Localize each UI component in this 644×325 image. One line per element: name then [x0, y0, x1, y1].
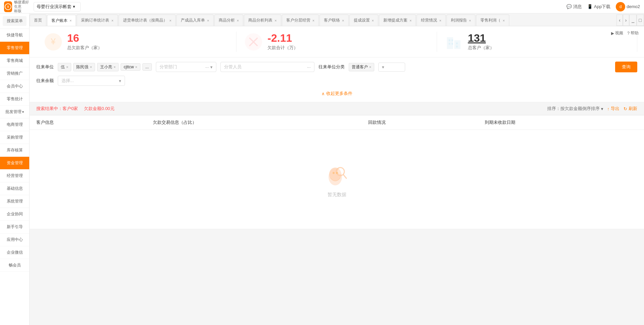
balance-input[interactable]: 选择... ▾ — [58, 76, 125, 86]
tab-close-customer-contact[interactable]: × — [342, 19, 344, 23]
app-download-button[interactable]: 📱 App下载 — [587, 4, 610, 10]
stat-info-debt-customers: 16 总欠款客户（家） — [67, 33, 102, 51]
account-select[interactable]: 母婴行业演示帐套 ▾ — [34, 2, 81, 11]
tab-product-analysis-list[interactable]: 商品分析列表 × — [244, 14, 281, 26]
svg-rect-14 — [456, 45, 458, 47]
balance-label: 往来余额 — [36, 78, 54, 84]
search-menu-button[interactable]: 搜索菜单 — [3, 16, 27, 26]
tab-product-inbound[interactable]: 产成品入库单 × — [176, 14, 213, 26]
stats-row: ¥ 16 总欠款客户（家） — [30, 26, 644, 58]
sidebar-item-new-guide[interactable]: 新手引导 — [0, 221, 29, 233]
sidebar-item-retail[interactable]: 零售管理 — [0, 42, 29, 55]
sidebar-item-enterprise-wechat[interactable]: 企业微信 — [0, 246, 29, 259]
tab-customer-book[interactable]: 客户账本 × — [47, 15, 76, 26]
table-header-row: 客户信息 欠款交易信息（占比） 回款情况 到期未收款日期 — [30, 115, 644, 130]
search-result-text: 搜索结果中：客户0家 欠款金额0.00元 — [36, 106, 115, 112]
export-button[interactable]: ↑ 导出 — [607, 106, 620, 112]
filter-row-2: 往来余额 选择... ▾ — [36, 76, 637, 86]
sidebar-item-purchase[interactable]: 采购管理 — [0, 131, 29, 144]
tab-maximize-button[interactable]: □ — [637, 14, 644, 26]
tab-close-profit-report[interactable]: × — [469, 19, 471, 23]
arrow-icon: ▾ — [22, 110, 24, 114]
sidebar-item-retail-mall[interactable]: 零售商城 — [0, 55, 29, 67]
sidebar: 搜索菜单 快捷导航 零售管理 零售商城 营销推广 会员中心 零售统计 批发管理 … — [0, 13, 30, 325]
tab-business-status[interactable]: 经营情况 × — [417, 14, 445, 26]
tab-close-product-analysis[interactable]: × — [237, 19, 239, 23]
refresh-button[interactable]: ↻ 刷新 — [624, 106, 637, 112]
sidebar-item-quick-nav[interactable]: 快捷导航 — [0, 29, 29, 42]
svg-rect-12 — [452, 43, 453, 45]
tab-close-inbound[interactable]: × — [169, 19, 171, 23]
filter-tag-more[interactable]: ... — [142, 63, 152, 71]
tab-purchase-order-stats[interactable]: 采购订单统计表 × — [77, 14, 118, 26]
tab-close-purchase-order[interactable]: × — [111, 19, 113, 23]
help-button[interactable]: ? 帮助 — [627, 30, 639, 36]
sidebar-item-enterprise[interactable]: 企业协同 — [0, 208, 29, 221]
tab-close-product-analysis-list[interactable]: × — [274, 19, 276, 23]
search-result-bar: 搜索结果中：客户0家 欠款金额0.00元 排序：按欠款金额倒序排序 ▾ ↑ 导出 — [30, 102, 644, 115]
tab-close-reminder[interactable]: × — [372, 19, 374, 23]
sidebar-item-member[interactable]: 会员中心 — [0, 80, 29, 93]
sort-button[interactable]: 排序：按欠款金额倒序排序 ▾ — [547, 106, 603, 112]
tag-close-cm[interactable]: × — [90, 65, 92, 69]
sidebar-item-system[interactable]: 系统管理 — [0, 195, 29, 208]
top-bar-left: ¥ 畅捷通好生意 标版 母婴行业演示帐套 ▾ — [4, 0, 81, 13]
sidebar-item-marketing[interactable]: 营销推广 — [0, 67, 29, 80]
avatar: d — [616, 2, 625, 11]
sidebar-item-finance[interactable]: 资金管理 — [0, 157, 29, 170]
stat-block-total-customers: 131 总客户（家） — [437, 32, 637, 52]
tab-reminder-settings[interactable]: 提成设置 × — [349, 14, 378, 26]
filter-area: 往来单位 伍 × 陈民强 × 王小亮 — [30, 58, 644, 102]
tab-close-product-inbound[interactable]: × — [207, 19, 209, 23]
sidebar-item-app-center[interactable]: 应用中心 — [0, 233, 29, 246]
query-button[interactable]: 查询 — [615, 62, 637, 72]
tab-bar-end: ‹ › ⎯ □ — [616, 14, 644, 26]
filter-tag-wx: 王小亮 × — [97, 63, 119, 71]
user-menu[interactable]: d demo2 — [616, 2, 640, 11]
tab-home[interactable]: 首页 — [30, 14, 46, 26]
video-help-button[interactable]: ▶ 视频 — [611, 30, 623, 36]
svg-rect-13 — [456, 42, 458, 44]
dept-chevron-icon: ▾ — [210, 65, 213, 70]
tab-close-business-status[interactable]: × — [439, 19, 441, 23]
empty-row: 暂无数据 — [30, 130, 644, 229]
tab-add-achievement[interactable]: 新增提成方案 × — [379, 14, 416, 26]
person-select[interactable]: 分管人员 ··· — [220, 62, 314, 72]
empty-state: 暂无数据 — [36, 134, 637, 225]
sidebar-item-retail-stats[interactable]: 零售统计 — [0, 93, 29, 106]
help-icon: ? — [627, 31, 630, 36]
sidebar-item-operations[interactable]: 经营管理 — [0, 170, 29, 182]
tab-close-add-achievement[interactable]: × — [410, 19, 412, 23]
tab-product-analysis[interactable]: 商品分析 × — [214, 14, 243, 26]
tab-minimize-button[interactable]: ⎯ — [629, 14, 637, 26]
tag-close-qz[interactable]: × — [66, 65, 68, 69]
tag-close-normal-customer[interactable]: × — [369, 65, 371, 69]
tab-retail-profit[interactable]: 零售利润（ × — [476, 14, 509, 26]
sidebar-item-wholesale[interactable]: 批发管理 ▾ — [0, 106, 29, 118]
collapse-button[interactable]: ∧ 收起更多条件 — [319, 89, 355, 98]
export-icon: ↑ — [607, 106, 610, 111]
tab-inbound-stats[interactable]: 进货单统计表（按商品） × — [119, 14, 176, 26]
top-bar-right: 💬 消息 📱 App下载 d demo2 — [566, 2, 640, 11]
logo-icon: ¥ — [4, 1, 12, 12]
tab-customer-contact[interactable]: 客户联络 × — [319, 14, 348, 26]
tab-profit-report[interactable]: 利润报告 × — [446, 14, 475, 26]
tag-close-cjttcw[interactable]: × — [135, 65, 137, 69]
tag-close-wx[interactable]: × — [114, 65, 116, 69]
sidebar-item-member-plus[interactable]: 畅会员 — [0, 259, 29, 272]
svg-rect-10 — [452, 39, 453, 41]
tab-next-button[interactable]: › — [623, 14, 629, 26]
sidebar-item-basics[interactable]: 基础信息 — [0, 182, 29, 195]
tab-close-customer-book[interactable]: × — [70, 19, 72, 23]
tab-customer-segment[interactable]: 客户分层经营 × — [282, 14, 319, 26]
sidebar-item-ecommerce[interactable]: 电商管理 — [0, 118, 29, 131]
message-button[interactable]: 💬 消息 — [566, 4, 582, 10]
sidebar-item-inventory[interactable]: 库存核算 — [0, 144, 29, 157]
tab-close-customer-segment[interactable]: × — [312, 19, 314, 23]
tab-prev-button[interactable]: ‹ — [616, 14, 623, 26]
dept-select[interactable]: 分管部门 ··· ▾ — [156, 62, 216, 72]
tab-close-retail-profit[interactable]: × — [503, 19, 505, 23]
unit-type-select[interactable]: ▾ — [378, 63, 405, 72]
col-overdue-date: 到期未收款日期 — [478, 115, 644, 130]
svg-line-18 — [343, 175, 346, 178]
